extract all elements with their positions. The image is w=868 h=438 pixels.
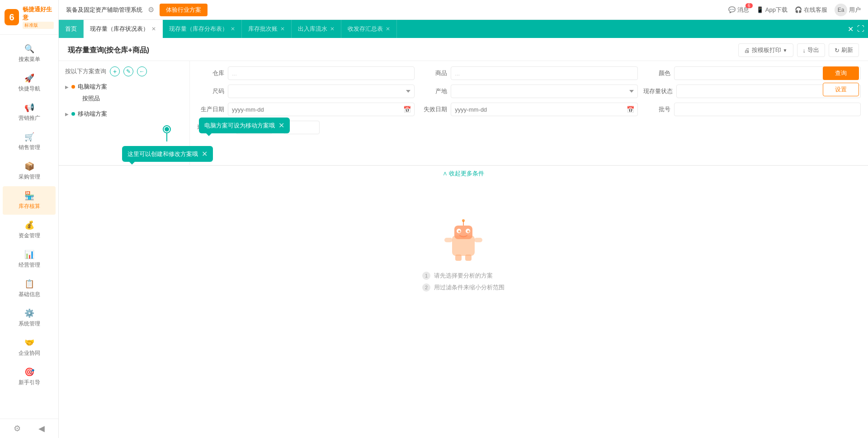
print-label: 按模板打印 (752, 46, 781, 54)
edit-scheme-btn[interactable]: ✎ (123, 66, 133, 76)
pc-scheme-label: 电脑端方案 (78, 83, 107, 91)
sidebar-item-marketing[interactable]: 📢 营销推广 (3, 98, 56, 127)
sidebar-item-basic[interactable]: 📋 基础信息 (3, 274, 56, 303)
sidebar-item-ops[interactable]: 📊 经营管理 (3, 245, 56, 273)
empty-state: 1 请先选择要分析的方案 2 用过滤条件来缩小分析范围 (59, 181, 868, 330)
sidebar-item-finance[interactable]: 💰 资金管理 (3, 216, 56, 244)
settings-icon[interactable]: ⚙ (14, 424, 21, 433)
batch-no-input[interactable] (674, 103, 861, 116)
sidebar: 6 畅捷通好生意 标准版 🔍 搜索菜单 🚀 快捷导航 📢 营销推广 🛒 销售管理… (0, 0, 59, 438)
prod-date-input[interactable] (228, 103, 415, 116)
tab-close-icon[interactable]: ✕ (280, 26, 285, 32)
expire-date-input[interactable] (451, 103, 637, 116)
empty-content: 1 请先选择要分析的方案 2 用过滤条件来缩小分析范围 (422, 217, 505, 293)
prod-date-label: 生产日期 (197, 105, 224, 113)
sidebar-item-quick-nav[interactable]: 🚀 快捷导航 (3, 69, 56, 97)
sidebar-item-purchase[interactable]: 📦 采购管理 (3, 157, 56, 185)
trial-btn[interactable]: 体验行业方案 (160, 4, 208, 16)
filter-container: 按以下方案查询 + ✎ ← 电脑方案可设为移动方案哦 ✕ 这里可以创建和修改方案… (59, 61, 868, 165)
user-menu[interactable]: Ea 用户 (835, 4, 861, 16)
origin-select[interactable] (451, 85, 637, 98)
search-btn[interactable]: 查询 (823, 66, 859, 80)
filter-row-warehouse: 仓库 ... (197, 66, 415, 80)
logo-icon: 6 (5, 9, 19, 25)
tab-close-icon[interactable]: ✕ (330, 26, 335, 32)
add-scheme-btn[interactable]: + (110, 66, 120, 76)
tooltip-create-close[interactable]: ✕ (202, 150, 208, 158)
sidebar-item-sales[interactable]: 🛒 销售管理 (3, 127, 56, 156)
filter-row-origin: 产地 (420, 85, 637, 98)
tab-inventory-status[interactable]: 现存量（库存状况表） ✕ (84, 20, 163, 38)
fullscreen-icon[interactable]: ⛶ (857, 25, 864, 33)
calendar-icon[interactable]: 📅 (627, 106, 634, 113)
product-field[interactable]: ... (451, 66, 637, 80)
sidebar-item-search[interactable]: 🔍 搜索菜单 (3, 39, 56, 68)
sidebar-item-label: 系统管理 (19, 320, 40, 328)
stock-state-label: 现存量状态 (643, 87, 673, 95)
tooltip-plan-close[interactable]: ✕ (278, 121, 284, 130)
basic-icon: 📋 (24, 279, 34, 289)
expire-date-label: 失效日期 (420, 105, 447, 113)
close-all-tabs-icon[interactable]: ✕ (848, 25, 854, 33)
page-actions: 🖨 按模板打印 ▼ ↓ 导出 ↻ 刷新 (738, 43, 859, 57)
expand-arrow-icon: ▶ (65, 112, 69, 117)
print-template-btn[interactable]: 🖨 按模板打印 ▼ (738, 43, 793, 57)
warehouse-label: 仓库 (197, 69, 224, 77)
size-label: 尺码 (197, 87, 224, 95)
tab-close-icon[interactable]: ✕ (386, 26, 390, 32)
empty-hints: 1 请先选择要分析的方案 2 用过滤条件来缩小分析范围 (422, 270, 505, 293)
tab-close-icon[interactable]: ✕ (151, 26, 156, 32)
messages-btn[interactable]: 💬 消息 6 (728, 6, 749, 14)
tooltip-plan-text: 电脑方案可设为移动方案哦 (204, 122, 275, 130)
mobile-dot (71, 112, 75, 116)
sidebar-item-label: 资金管理 (19, 232, 40, 240)
sidebar-item-label: 营销推广 (19, 114, 40, 122)
product-label: 商品 (420, 69, 447, 77)
product-placeholder: ... (455, 70, 633, 77)
online-service-btn[interactable]: 🎧 在线客服 (795, 6, 827, 14)
back-btn[interactable]: ← (137, 66, 147, 76)
sidebar-item-system[interactable]: ⚙️ 系统管理 (3, 304, 56, 332)
refresh-btn[interactable]: ↻ 刷新 (829, 43, 859, 57)
pc-child-item[interactable]: 按照品 (76, 93, 183, 104)
reset-btn[interactable]: 设置 (823, 83, 859, 96)
tab-home[interactable]: 首页 (59, 20, 84, 38)
scheme-panel: 按以下方案查询 + ✎ ← 电脑方案可设为移动方案哦 ✕ 这里可以创建和修改方案… (59, 61, 190, 165)
tooltip-plan: 电脑方案可设为移动方案哦 ✕ (199, 118, 290, 133)
pc-scheme-item[interactable]: ▶ 电脑端方案 (65, 81, 183, 93)
tab-collect-summary[interactable]: 收发存汇总表 ✕ (341, 20, 397, 38)
content-area: 现存量查询(按仓库+商品) 🖨 按模板打印 ▼ ↓ 导出 ↻ 刷新 (59, 38, 868, 438)
sidebar-item-inventory[interactable]: 🏪 库存核算 (3, 186, 56, 215)
warehouse-field[interactable]: ... (228, 66, 415, 80)
sidebar-item-guide[interactable]: 🎯 新手引导 (3, 363, 56, 391)
collab-icon: 🤝 (24, 338, 34, 348)
marketing-icon: 📢 (24, 103, 34, 113)
app-download-btn[interactable]: 📱 App下载 (756, 6, 788, 14)
tab-close-icon[interactable]: ✕ (231, 26, 235, 32)
tab-in-out-flow[interactable]: 出入库流水 ✕ (292, 20, 341, 38)
mobile-scheme-item[interactable]: ▶ 移动端方案 (65, 108, 183, 120)
hint-num-1: 1 (422, 272, 430, 280)
tab-inventory-dist[interactable]: 现存量（库存分布表） ✕ (163, 20, 242, 38)
tab-label: 现存量（库存状况表） (90, 25, 149, 33)
color-label: 颜色 (643, 69, 670, 77)
calendar-icon[interactable]: 📅 (403, 106, 411, 113)
tab-batch-ledger[interactable]: 库存批次账 ✕ (242, 20, 292, 38)
collapse-sidebar-icon[interactable]: ◀ (38, 424, 45, 433)
collapse-label: 收起更多条件 (449, 170, 484, 177)
purchase-icon: 📦 (24, 161, 34, 171)
size-select[interactable] (228, 85, 415, 98)
collapse-bar[interactable]: ∧ 收起更多条件 (59, 165, 868, 181)
export-btn[interactable]: ↓ 导出 (797, 43, 826, 57)
header-gear-icon[interactable]: ⚙ (148, 5, 154, 14)
sidebar-item-label: 快捷导航 (19, 85, 40, 93)
sales-icon: 🛒 (24, 132, 34, 142)
service-label: 在线客服 (804, 6, 827, 14)
logo-text: 畅捷通好生意 标准版 (23, 5, 54, 29)
sidebar-item-collab[interactable]: 🤝 企业协同 (3, 333, 56, 362)
avatar: Ea (835, 4, 847, 16)
svg-rect-8 (455, 254, 462, 261)
app-icon: 📱 (756, 6, 764, 13)
page-title: 现存量查询(按仓库+商品) (68, 46, 149, 55)
origin-label: 产地 (420, 87, 447, 95)
